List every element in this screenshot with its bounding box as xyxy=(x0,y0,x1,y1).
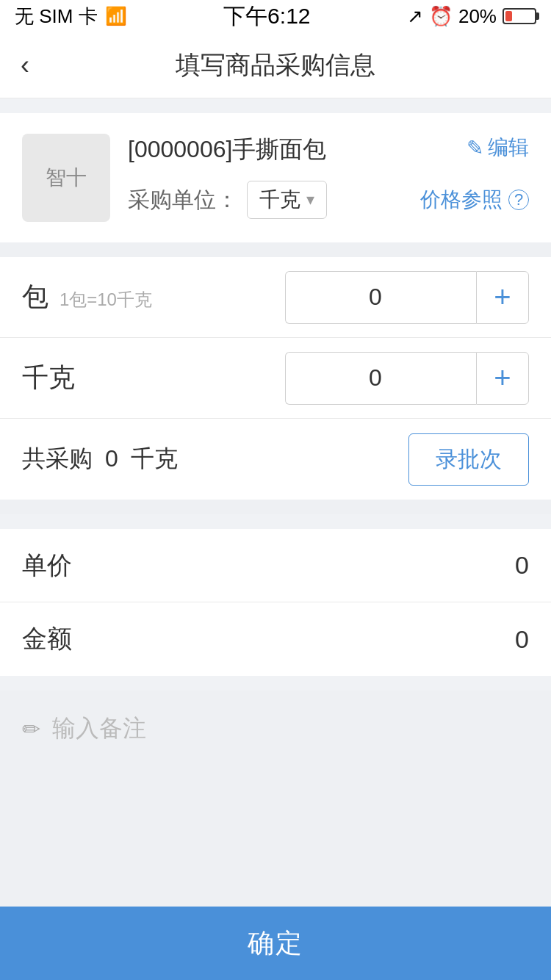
input-section: 包 1包=10千克 + 千克 + 共采购 0 千克 录批次 xyxy=(0,257,551,500)
product-logo-text: 智十 xyxy=(46,164,87,192)
summary-amount: 0 xyxy=(105,445,118,472)
notes-placeholder: 输入备注 xyxy=(52,713,146,745)
summary-row: 共采购 0 千克 录批次 xyxy=(0,419,551,500)
edit-icon: ✎ xyxy=(467,136,483,160)
location-icon: ↗ xyxy=(407,5,423,28)
alarm-icon: ⏰ xyxy=(429,5,453,28)
summary-unit: 千克 xyxy=(131,445,178,472)
unit-row: 采购单位： 千克 ▾ 价格参照 ? xyxy=(128,181,529,219)
sim-status: 无 SIM 卡 xyxy=(15,4,98,29)
product-info: [0000006]手撕面包 ✎ 编辑 采购单位： 千克 ▾ 价格参照 ? xyxy=(128,134,529,219)
battery-indicator xyxy=(503,8,536,24)
status-left: 无 SIM 卡 📶 xyxy=(15,4,127,29)
bag-input[interactable] xyxy=(285,271,476,324)
price-section: 单价 0 金额 0 xyxy=(0,529,551,676)
price-ref-icon: ? xyxy=(508,190,529,210)
confirm-button[interactable]: 确定 xyxy=(0,907,551,980)
status-right: ↗ ⏰ 20% xyxy=(407,5,536,28)
unit-value: 千克 xyxy=(259,186,300,214)
pencil-icon: ✏ xyxy=(22,716,40,742)
kg-input[interactable] xyxy=(285,352,476,405)
product-card: 智十 [0000006]手撕面包 ✎ 编辑 采购单位： 千克 ▾ 价格参照 ? xyxy=(0,113,551,242)
back-button[interactable]: ‹ xyxy=(21,50,29,81)
kg-field-group: + xyxy=(154,352,529,405)
bag-plus-button[interactable]: + xyxy=(476,271,529,324)
unit-price-label: 单价 xyxy=(22,549,72,583)
page-title: 填写商品采购信息 xyxy=(176,48,375,82)
summary-text: 共采购 0 千克 xyxy=(22,443,178,475)
bag-label-group: 包 1包=10千克 xyxy=(22,279,154,315)
amount-label: 金额 xyxy=(22,622,72,656)
edit-label: 编辑 xyxy=(488,134,529,162)
price-ref-label: 价格参照 xyxy=(420,186,503,214)
product-name: [0000006]手撕面包 xyxy=(128,134,326,166)
separator-1 xyxy=(0,242,551,257)
product-image: 智十 xyxy=(22,134,110,222)
price-reference-button[interactable]: 价格参照 ? xyxy=(420,186,529,214)
nav-bar: ‹ 填写商品采购信息 xyxy=(0,32,551,98)
kg-label-group: 千克 xyxy=(22,360,154,396)
unit-price-row: 单价 0 xyxy=(0,529,551,602)
bag-sub-label: 1包=10千克 xyxy=(60,289,152,309)
edit-button[interactable]: ✎ 编辑 xyxy=(467,134,529,162)
separator-2 xyxy=(0,500,551,514)
unit-label: 采购单位： xyxy=(128,185,238,215)
kg-input-row: 千克 + xyxy=(0,338,551,419)
status-bar: 无 SIM 卡 📶 下午6:12 ↗ ⏰ 20% xyxy=(0,0,551,32)
summary-prefix: 共采购 xyxy=(22,445,93,472)
product-top-row: [0000006]手撕面包 ✎ 编辑 xyxy=(128,134,529,166)
bag-input-row: 包 1包=10千克 + xyxy=(0,257,551,338)
unit-price-value: 0 xyxy=(515,551,529,580)
battery-percent: 20% xyxy=(458,5,497,28)
unit-dropdown-arrow: ▾ xyxy=(306,190,314,209)
status-time: 下午6:12 xyxy=(223,1,310,32)
amount-row: 金额 0 xyxy=(0,602,551,676)
bag-field-group: + xyxy=(154,271,529,324)
amount-value: 0 xyxy=(515,625,529,654)
batch-button[interactable]: 录批次 xyxy=(408,433,529,486)
bag-label: 包 xyxy=(22,281,48,311)
kg-plus-button[interactable]: + xyxy=(476,352,529,405)
wifi-icon: 📶 xyxy=(105,6,127,26)
unit-select[interactable]: 千克 ▾ xyxy=(247,181,327,219)
kg-label: 千克 xyxy=(22,362,75,392)
notes-section[interactable]: ✏ 输入备注 xyxy=(0,691,551,767)
